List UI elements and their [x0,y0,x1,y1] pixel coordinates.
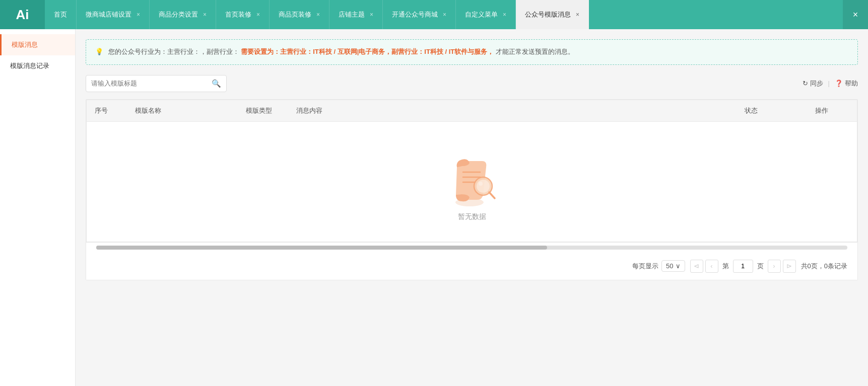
nav-tab-shop-settings[interactable]: 微商城店铺设置 × [77,0,150,29]
per-page-label: 每页显示 [632,262,658,271]
nav-tab-custom-menu-label: 自定义菜单 [465,10,498,19]
close-icon[interactable]: × [576,11,579,18]
empty-state: 暂无数据 [87,122,857,242]
col-header-content: 消息内容 [288,100,737,121]
notice-highlight: 需要设置为：主营行业：IT科技 / 互联网|电子商务，副营行业：IT科技 / I… [241,48,494,55]
sidebar-item-template-msg[interactable]: 模版消息 [0,34,75,55]
content-area: 💡 您的公众号行业为：主营行业：，副营行业： 需要设置为：主营行业：IT科技 /… [76,29,868,386]
sidebar-item-template-msg-log[interactable]: 模版消息记录 [0,55,75,76]
notice-box: 💡 您的公众号行业为：主营行业：，副营行业： 需要设置为：主营行业：IT科技 /… [86,39,858,65]
close-icon[interactable]: × [316,11,320,18]
search-input-wrap[interactable]: 🔍 [86,75,227,92]
scrollbar-thumb[interactable] [96,246,547,250]
page-nav: ⊲ ‹ 第 页 › ⊳ [690,260,796,273]
scrollbar-area[interactable] [86,242,857,253]
col-header-name: 模版名称 [127,100,238,121]
per-page-dropdown[interactable]: 50 ∨ [661,260,685,272]
close-icon[interactable]: × [137,11,140,18]
sidebar-item-template-msg-log-label: 模版消息记录 [10,62,49,69]
nav-tab-product-decor[interactable]: 商品页装修 × [270,0,329,29]
sync-button[interactable]: ↻ 同步 [803,79,823,88]
col-header-status: 状态 [737,100,807,121]
sync-label: 同步 [810,79,823,88]
help-label: 帮助 [845,79,858,88]
svg-point-7 [479,182,483,186]
page-label: 第 [722,262,729,271]
notice-suffix: 才能正常发送预置的消息。 [496,48,574,55]
next-page-button[interactable]: › [768,260,781,273]
close-icon[interactable]: × [256,11,260,18]
nav-tab-home[interactable]: 首页 [45,0,77,29]
per-page-value: 50 [666,262,673,270]
scrollbar-track[interactable] [96,246,847,250]
nav-tab-shop-theme[interactable]: 店铺主题 × [329,0,383,29]
last-page-button[interactable]: ⊳ [783,260,796,273]
notice-icon: 💡 [95,48,103,55]
app-logo: Ai [0,0,45,29]
col-header-type: 模版类型 [238,100,288,121]
notice-prefix: 您的公众号行业为：主营行业：，副营行业： [108,48,239,55]
sidebar-item-template-msg-label: 模版消息 [12,41,38,48]
page-number-input[interactable] [733,260,753,273]
help-button[interactable]: ❓ 帮助 [835,79,858,88]
nav-tab-template-msg[interactable]: 公众号模版消息 × [516,0,589,29]
help-icon: ❓ [835,80,843,87]
sidebar: 模版消息 模版消息记录 [0,29,76,386]
close-icon[interactable]: × [503,11,506,18]
svg-line-6 [489,192,495,198]
nav-tab-home-label: 首页 [54,10,67,19]
nav-tab-open-mall-label: 开通公众号商城 [392,10,438,19]
nav-tab-open-mall[interactable]: 开通公众号商城 × [383,0,456,29]
search-bar: 🔍 ↻ 同步 | ❓ 帮助 [86,75,858,92]
nav-tab-template-msg-label: 公众号模版消息 [525,10,571,19]
data-table: 序号 模版名称 模版类型 消息内容 状态 操作 [86,100,857,242]
empty-text: 暂无数据 [458,212,486,221]
total-info: 共0页，0条记录 [801,262,847,271]
nav-tab-home-decor-label: 首页装修 [225,10,251,19]
nav-tab-custom-menu[interactable]: 自定义菜单 × [456,0,516,29]
toolbar-right: ↻ 同步 | ❓ 帮助 [803,79,858,88]
search-input[interactable] [91,80,212,87]
top-nav-bar: Ai 首页 微商城店铺设置 × 商品分类设置 × 首页装修 × 商品页装修 × … [0,0,868,29]
search-icon[interactable]: 🔍 [212,79,221,88]
empty-illustration [442,152,502,212]
nav-tab-home-decor[interactable]: 首页装修 × [216,0,270,29]
nav-tab-category-settings[interactable]: 商品分类设置 × [150,0,216,29]
close-icon[interactable]: × [203,11,207,18]
nav-tab-category-settings-label: 商品分类设置 [159,10,198,19]
close-icon[interactable]: × [443,11,446,18]
close-icon[interactable]: × [370,11,373,18]
sync-icon: ↻ [803,80,808,87]
page-suffix: 页 [757,262,764,271]
chevron-down-icon: ∨ [676,262,681,270]
table-container: 序号 模版名称 模版类型 消息内容 状态 操作 [86,99,858,280]
nav-tabs: 首页 微商城店铺设置 × 商品分类设置 × 首页装修 × 商品页装修 × 店铺主… [45,0,868,29]
page-size-select: 每页显示 50 ∨ [632,260,685,272]
nav-tab-shop-theme-label: 店铺主题 [339,10,365,19]
main-layout: 模版消息 模版消息记录 💡 您的公众号行业为：主营行业：，副营行业： 需要设置为… [0,29,868,386]
nav-tab-product-decor-label: 商品页装修 [279,10,311,19]
col-header-action: 操作 [807,100,857,121]
col-header-index: 序号 [87,100,127,121]
close-all-tabs-button[interactable]: × [843,0,868,29]
first-page-button[interactable]: ⊲ [690,260,703,273]
toolbar-divider: | [828,80,830,87]
svg-point-5 [477,180,490,193]
nav-tab-shop-settings-label: 微商城店铺设置 [86,10,131,19]
pagination: 每页显示 50 ∨ ⊲ ‹ 第 页 › ⊳ 共0页，0条记录 [86,253,857,280]
prev-page-button[interactable]: ‹ [705,260,718,273]
